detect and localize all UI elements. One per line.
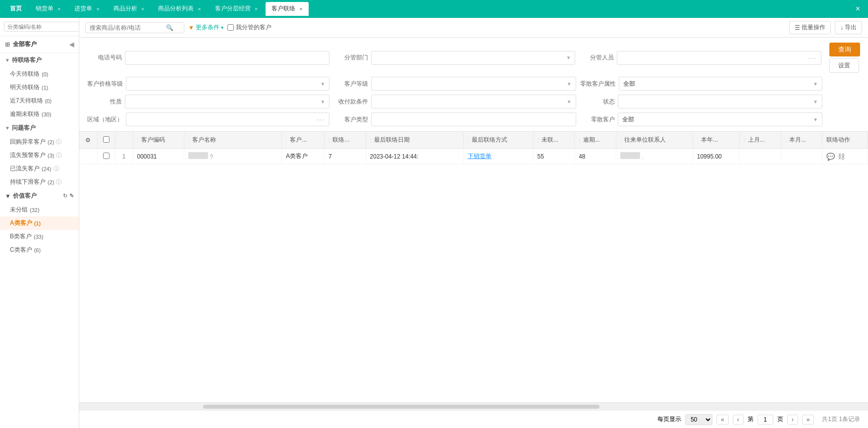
refresh-icon[interactable]: ↻ bbox=[63, 193, 67, 199]
query-button[interactable]: 查询 bbox=[829, 43, 860, 56]
col-code-label: 客户编码 bbox=[141, 136, 165, 144]
sidebar-item-repurchase-abnormal[interactable]: 回购异常客户 (2) ⓘ bbox=[0, 135, 79, 149]
retail-attr-select[interactable]: 全部 ▼ bbox=[619, 77, 822, 91]
my-customers-checkbox[interactable] bbox=[227, 24, 234, 31]
customer-type-input[interactable] bbox=[371, 112, 576, 126]
link-icon[interactable]: ⛓ bbox=[838, 153, 845, 160]
region-dots-icon: ··· bbox=[317, 115, 326, 123]
nature-select[interactable]: ▼ bbox=[125, 95, 329, 108]
repurchase-info-icon[interactable]: ⓘ bbox=[56, 138, 61, 146]
row-checkbox[interactable] bbox=[103, 153, 109, 159]
col-code[interactable]: : 客户编码 bbox=[133, 132, 184, 149]
col-this-month[interactable]: : 本月... bbox=[781, 132, 822, 149]
sidebar-all-customers-header[interactable]: ⊞ 全部客户 ◀ bbox=[0, 36, 79, 53]
status-select[interactable]: ▼ bbox=[618, 95, 822, 108]
person-select[interactable]: ··· bbox=[617, 51, 821, 65]
batch-label: 批量操作 bbox=[802, 23, 825, 32]
col-contacts-label: 联络... bbox=[332, 136, 349, 144]
page-number-input[interactable] bbox=[758, 415, 773, 425]
filter-search-input[interactable] bbox=[90, 24, 164, 31]
edit-icon[interactable]: ✎ bbox=[69, 193, 74, 199]
col-last-month[interactable]: : 上月... bbox=[740, 132, 781, 149]
tab-customer-contact-close[interactable]: × bbox=[299, 6, 302, 12]
page-size-select[interactable]: 50 100 200 bbox=[685, 414, 712, 425]
tab-purchase[interactable]: 进货单 × bbox=[68, 2, 105, 16]
col-this-year-label: 本年... bbox=[701, 136, 718, 144]
row-contacts: 7 bbox=[324, 149, 366, 164]
tab-customer-segment-close[interactable]: × bbox=[255, 6, 258, 12]
col-category[interactable]: : 客户... bbox=[281, 132, 324, 149]
sidebar-item-today-pending[interactable]: 今天待联络 (0) bbox=[0, 67, 79, 81]
sidebar-item-overdue-contact[interactable]: 逾期未联络 (30) bbox=[0, 107, 79, 121]
sidebar-item-b-customers[interactable]: B类客户 (33) bbox=[0, 230, 79, 243]
export-button[interactable]: ↓ 导出 bbox=[835, 21, 862, 34]
scroll-track[interactable] bbox=[203, 405, 599, 409]
col-last-method[interactable]: : 最后联络方式 bbox=[463, 132, 533, 149]
declining-badge: (2) bbox=[48, 179, 54, 185]
sidebar-item-lost-customers[interactable]: 已流失客户 (24) ⓘ bbox=[0, 162, 79, 175]
price-level-select[interactable]: ▼ bbox=[126, 77, 329, 91]
col-contacts[interactable]: : 联络... bbox=[324, 132, 366, 149]
top-navigation: 首页 销货单 × 进货单 × 商品分析 × 商品分析列表 × 客户分层经营 × … bbox=[0, 0, 868, 18]
sidebar-item-unclassified[interactable]: 未分组 (32) bbox=[0, 203, 79, 216]
col-this-year[interactable]: : 本年... bbox=[693, 132, 739, 149]
sidebar-search-input[interactable] bbox=[4, 22, 79, 32]
last-method-link[interactable]: 下销货单 bbox=[468, 153, 491, 160]
declining-info-icon[interactable]: ⓘ bbox=[56, 178, 61, 186]
tab-customer-segment[interactable]: 客户分层经营 × bbox=[209, 2, 264, 16]
batch-operation-button[interactable]: ☰ 批量操作 bbox=[789, 21, 831, 34]
more-filters-button[interactable]: ▼ 更多条件 ▾ bbox=[188, 23, 223, 32]
sidebar-collapse-icon[interactable]: ◀ bbox=[69, 41, 74, 48]
last-page-button[interactable]: » bbox=[802, 415, 814, 425]
prev-page-button[interactable]: ‹ bbox=[733, 415, 744, 425]
sidebar-item-declining[interactable]: 持续下滑客户 (2) ⓘ bbox=[0, 175, 79, 189]
row-no-contact: 55 bbox=[533, 149, 575, 164]
horizontal-scrollbar[interactable] bbox=[79, 402, 868, 410]
message-icon[interactable]: 💬 bbox=[826, 153, 835, 160]
phone-input[interactable] bbox=[125, 51, 329, 65]
loss-warning-info-icon[interactable]: ⓘ bbox=[56, 152, 61, 159]
sidebar-value-group[interactable]: ▼ 价值客户 ↻ ✎ bbox=[0, 189, 79, 203]
sidebar-pending-group[interactable]: ▼ 待联络客户 bbox=[0, 53, 79, 67]
sidebar-item-week-pending[interactable]: 近7天待联络 (0) bbox=[0, 94, 79, 107]
tab-sales[interactable]: 销货单 × bbox=[30, 2, 66, 16]
first-page-button[interactable]: « bbox=[716, 415, 729, 425]
tab-goods-analysis-close[interactable]: × bbox=[141, 6, 144, 12]
retail-customer-select[interactable]: 全部 ▼ bbox=[618, 112, 822, 126]
col-unit-contact[interactable]: : 往来单位联系人 bbox=[616, 132, 693, 149]
sidebar-problem-group[interactable]: ▼ 问题客户 bbox=[0, 121, 79, 135]
sidebar-item-c-customers[interactable]: C类客户 (6) bbox=[0, 243, 79, 257]
tab-goods-analysis-list[interactable]: 商品分析列表 × bbox=[152, 2, 207, 16]
col-gear[interactable]: ⚙ bbox=[79, 132, 97, 149]
sidebar-item-a-customers[interactable]: A类客户 (1) bbox=[0, 216, 79, 230]
tab-customer-contact[interactable]: 客户联络 × bbox=[266, 2, 308, 16]
status-label: 状态 bbox=[580, 98, 615, 106]
dept-select[interactable]: ▼ bbox=[371, 51, 576, 65]
sidebar-item-loss-warning[interactable]: 流失预警客户 (3) ⓘ bbox=[0, 149, 79, 162]
sidebar-item-tomorrow-pending[interactable]: 明天待联络 (1) bbox=[0, 81, 79, 94]
lost-info-icon[interactable]: ⓘ bbox=[54, 165, 59, 172]
col-last-date[interactable]: : 最后联络日期 bbox=[366, 132, 463, 149]
col-no-contact[interactable]: : 未联... bbox=[533, 132, 575, 149]
region-select[interactable]: ··· bbox=[126, 112, 329, 126]
next-page-button[interactable]: › bbox=[787, 415, 798, 425]
customer-level-select[interactable]: ▼ bbox=[371, 77, 576, 91]
col-name[interactable]: : 客户名称 bbox=[184, 132, 281, 149]
tab-goods-analysis[interactable]: 商品分析 × bbox=[108, 2, 150, 16]
tab-purchase-label: 进货单 bbox=[74, 4, 92, 13]
tab-sales-close[interactable]: × bbox=[57, 6, 60, 12]
tab-home[interactable]: 首页 bbox=[4, 2, 28, 16]
col-overdue[interactable]: : 逾期... bbox=[575, 132, 616, 149]
gear-icon[interactable]: ⚙ bbox=[85, 137, 91, 144]
unclassified-label: 未分组 bbox=[10, 206, 28, 214]
tab-goods-analysis-list-close[interactable]: × bbox=[198, 6, 201, 12]
tab-goods-analysis-label: 商品分析 bbox=[113, 4, 137, 13]
settings-button[interactable]: 设置 bbox=[829, 58, 859, 73]
filter-search-icon[interactable]: 🔍 bbox=[166, 24, 173, 31]
filter-customer-type: 客户类型 bbox=[333, 112, 576, 126]
tab-purchase-close[interactable]: × bbox=[96, 6, 99, 12]
payment-select[interactable]: ▼ bbox=[371, 95, 576, 108]
close-all-button[interactable]: × bbox=[852, 4, 864, 13]
dept-arrow-icon: ▼ bbox=[566, 55, 571, 60]
select-all-checkbox[interactable] bbox=[103, 136, 109, 143]
